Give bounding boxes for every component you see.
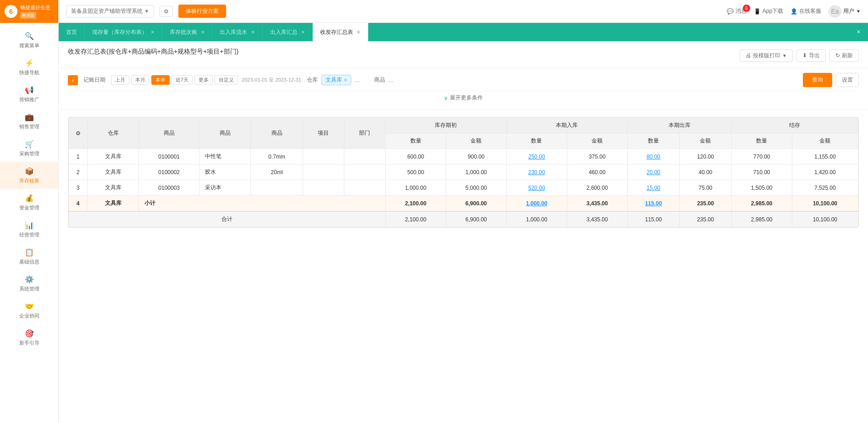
cell-in-qty[interactable]: 230.00	[506, 165, 567, 180]
tab-inventory-dist[interactable]: 现存量（库存分布表） ×	[85, 23, 162, 41]
settings-btn[interactable]: 设置	[836, 73, 859, 87]
refresh-button[interactable]: ↻ 刷新	[829, 49, 859, 62]
tab-batch-account-close[interactable]: ×	[201, 29, 205, 35]
sidebar-item-operations[interactable]: 📊 经营管理	[0, 216, 58, 243]
subtotal-in-qty[interactable]: 1,000.00	[506, 196, 567, 212]
sidebar-item-purchase[interactable]: 🛒 采购管理	[0, 135, 58, 162]
message-action[interactable]: 💬 消息 6	[727, 7, 746, 15]
sidebar-item-system[interactable]: ⚙️ 系统管理	[0, 270, 58, 297]
commodity-more[interactable]: ...	[389, 77, 393, 83]
sidebar-item-basic[interactable]: 📋 基础信息	[0, 243, 58, 270]
sidebar-item-finance[interactable]: 💰 资金管理	[0, 189, 58, 216]
tab-batch-account[interactable]: 库存批次账 ×	[162, 23, 212, 41]
cell-out-qty[interactable]: 15.00	[627, 180, 680, 196]
sidebar-item-search[interactable]: 🔍 搜索菜单	[0, 27, 58, 54]
data-table-container: ⚙ 仓库 商品 商品 商品 项目 部门 库存期初 本期入库 本期出库 结存	[68, 117, 859, 228]
table-row: 1 文具库 0100001 中性笔 0.7mm 600.00 900.00 25…	[69, 149, 858, 165]
tab-in-out-summary-close[interactable]: ×	[301, 29, 305, 35]
th-dept: 部门	[344, 118, 385, 149]
cell-in-qty[interactable]: 520.00	[506, 180, 567, 196]
export-icon: ⬇	[802, 52, 807, 59]
quicknav-icon: ⚡	[25, 58, 34, 67]
th-spec: 商品	[251, 118, 303, 149]
date-btn-7days[interactable]: 近7天	[171, 75, 193, 85]
in-qty-link[interactable]: 520.00	[528, 185, 545, 191]
settings-button[interactable]: ⚙	[160, 6, 173, 17]
print-button[interactable]: 🖨 按模版打印 ▼	[740, 49, 793, 62]
sidebar-item-quicknav[interactable]: ⚡ 快捷导航	[0, 54, 58, 81]
user-menu[interactable]: Ea 用户 ▼	[829, 5, 861, 18]
logo-app-name: 畅捷通好生意	[20, 4, 50, 11]
in-qty-link[interactable]: 230.00	[528, 169, 545, 176]
filter-section: › 记账日期 上月 本月 本年 近7天 更多 自定义 2023-01-01 至 …	[59, 68, 868, 110]
table-settings-icon[interactable]: ⚙	[74, 130, 82, 137]
sidebar-item-guide[interactable]: 🎯 新手引导	[0, 324, 58, 351]
header-actions: 💬 消息 6 📱 App下载 👤 在线客服 Ea 用户 ▼	[727, 5, 861, 18]
date-btn-this-month[interactable]: 本月	[131, 75, 149, 85]
total-opening-amt: 6,900.00	[446, 211, 506, 227]
cell-project	[303, 165, 344, 180]
sidebar-item-cooperation[interactable]: 🤝 企业协同	[0, 297, 58, 324]
cell-opening-amt: 5,000.00	[446, 180, 506, 196]
tab-recv-send-summary-close[interactable]: ×	[357, 29, 360, 35]
subtotal-opening-qty: 2,100.00	[386, 196, 446, 212]
cell-dept	[344, 165, 385, 180]
sidebar-item-marketing[interactable]: 📢 营销推广	[0, 81, 58, 108]
app-download-action[interactable]: 📱 App下载	[754, 7, 783, 15]
date-btn-custom[interactable]: 自定义	[215, 75, 238, 85]
system-name: 装备及固定资产辅助管理系统	[71, 7, 143, 15]
date-btn-this-year[interactable]: 本年	[151, 75, 170, 85]
total-opening-qty: 2,100.00	[386, 211, 446, 227]
logo-area: 6 畅捷通好生意 标准版	[0, 0, 58, 23]
warehouse-tag: 文具库 ×	[321, 75, 351, 85]
warehouse-tag-close[interactable]: ×	[344, 77, 347, 83]
online-service-action[interactable]: 👤 在线客服	[791, 7, 821, 15]
out-qty-link[interactable]: 80.00	[647, 154, 660, 160]
th-out-qty: 数量	[627, 133, 680, 149]
system-selector[interactable]: 装备及固定资产辅助管理系统 ▼	[66, 5, 154, 17]
sidebar-item-purchase-label: 采购管理	[19, 150, 39, 157]
cell-in-qty[interactable]: 250.00	[506, 149, 567, 165]
sidebar-menu: 🔍 搜索菜单 ⚡ 快捷导航 📢 营销推广 💼 销售管理 🛒 采购管理 📦 库存核…	[0, 23, 58, 423]
warehouse-more[interactable]: ...	[355, 77, 359, 83]
cell-opening-amt: 1,000.00	[446, 165, 506, 180]
tab-in-out-summary[interactable]: 出入库汇总 ×	[263, 23, 313, 41]
purchase-icon: 🛒	[25, 139, 34, 148]
tab-recv-send-summary[interactable]: 收发存汇总表 ×	[313, 23, 368, 41]
date-btn-last-month[interactable]: 上月	[111, 75, 129, 85]
sidebar: 6 畅捷通好生意 标准版 🔍 搜索菜单 ⚡ 快捷导航 📢 营销推广 💼 销售管理…	[0, 0, 59, 423]
total-in-qty: 1,000.00	[506, 211, 567, 227]
subtotal-in-qty-link[interactable]: 1,000.00	[526, 200, 547, 207]
chevron-down-icon: ∨	[444, 95, 448, 101]
cell-name: 采访本	[199, 180, 251, 196]
tab-in-out-flow-label: 出入库流水	[220, 28, 247, 36]
th-warehouse: 仓库	[88, 118, 139, 149]
query-button[interactable]: 查询	[803, 73, 832, 87]
tab-home-label: 首页	[66, 28, 77, 36]
subtotal-out-qty-link[interactable]: 115.00	[645, 200, 662, 207]
cell-in-amt: 2,600.00	[567, 180, 627, 196]
tab-close-all[interactable]: ×	[849, 23, 868, 41]
sidebar-item-sales[interactable]: 💼 销售管理	[0, 108, 58, 135]
out-qty-link[interactable]: 20.00	[647, 169, 660, 176]
cell-out-qty[interactable]: 20.00	[627, 165, 680, 180]
export-button[interactable]: ⬇ 导出	[796, 49, 826, 62]
tabbar: 首页 现存量（库存分布表） × 库存批次账 × 出入库流水 × 出入库汇总 × …	[59, 23, 868, 41]
tab-in-out-flow[interactable]: 出入库流水 ×	[212, 23, 262, 41]
sidebar-item-cooperation-label: 企业协同	[19, 313, 39, 319]
in-qty-link[interactable]: 250.00	[528, 154, 545, 160]
subtotal-out-qty[interactable]: 115.00	[627, 196, 680, 212]
subtotal-balance-amt: 10,100.00	[792, 196, 858, 212]
out-qty-link[interactable]: 15.00	[647, 185, 660, 191]
cell-out-qty[interactable]: 80.00	[627, 149, 680, 165]
sidebar-item-inventory[interactable]: 📦 库存核算	[0, 162, 58, 189]
try-button[interactable]: 体验行业方案	[178, 5, 226, 18]
sidebar-item-system-label: 系统管理	[19, 286, 39, 292]
tab-inventory-dist-close[interactable]: ×	[151, 29, 155, 35]
tab-in-out-flow-close[interactable]: ×	[251, 29, 254, 35]
date-btn-more[interactable]: 更多	[194, 75, 213, 85]
filter-toggle-button[interactable]: ›	[68, 75, 78, 85]
sidebar-item-marketing-label: 营销推广	[19, 96, 39, 103]
expand-more-button[interactable]: ∨ 展开更多条件	[444, 94, 483, 102]
tab-home[interactable]: 首页	[59, 23, 85, 41]
